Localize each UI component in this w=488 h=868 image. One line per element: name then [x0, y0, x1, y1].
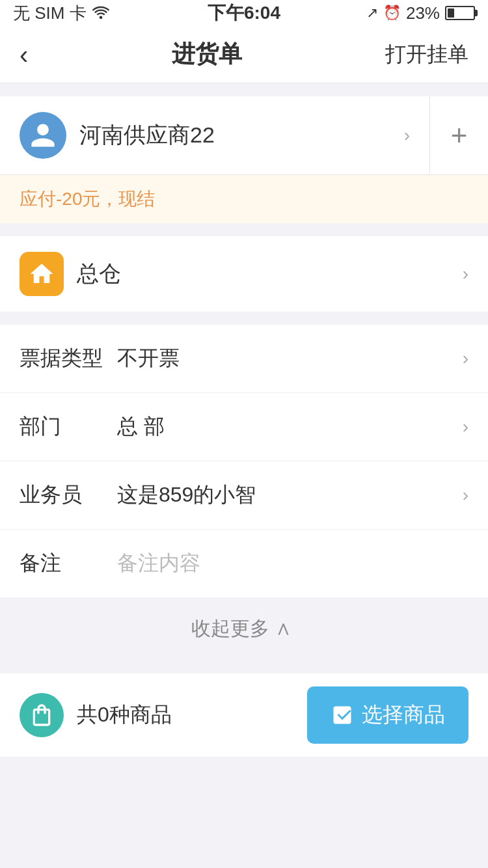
battery-icon: [445, 6, 475, 20]
form-row-invoice[interactable]: 票据类型 不开票 ›: [0, 325, 488, 393]
carrier-label: 无 SIM 卡: [13, 2, 87, 25]
wifi-icon: [92, 3, 110, 23]
salesperson-chevron-icon: ›: [463, 485, 468, 506]
collapse-button[interactable]: 收起更多 ∧: [0, 597, 488, 660]
form-row-salesperson[interactable]: 业务员 这是859的小智 ›: [0, 461, 488, 530]
status-right: ↗ ⏰ 23%: [366, 3, 475, 23]
open-pending-button[interactable]: 打开挂单: [385, 40, 468, 69]
notice-text: 应付-20元，现结: [20, 189, 155, 209]
department-value: 总 部: [111, 413, 463, 441]
back-button[interactable]: ‹: [20, 42, 28, 68]
form-row-department[interactable]: 部门 总 部 ›: [0, 393, 488, 461]
supplier-name: 河南供应商22: [79, 120, 391, 150]
content: 河南供应商22 › + 应付-20元，现结 总仓 › 票据类型 不开票 › 部门…: [0, 83, 488, 868]
page-title: 进货单: [172, 38, 242, 70]
remark-input[interactable]: 备注内容: [111, 549, 468, 578]
add-supplier-button[interactable]: +: [429, 96, 488, 174]
collapse-label: 收起更多 ∧: [191, 616, 291, 642]
form-row-remark[interactable]: 备注 备注内容: [0, 530, 488, 597]
separator-top: [0, 83, 488, 96]
supplier-avatar: [20, 112, 66, 159]
warehouse-icon-bg: [20, 252, 64, 296]
battery-percent: 23%: [406, 3, 440, 23]
product-count-label: 共0种商品: [77, 701, 294, 729]
department-label: 部门: [20, 413, 111, 441]
warehouse-name: 总仓: [77, 259, 450, 289]
select-product-button[interactable]: 选择商品: [307, 686, 468, 744]
supplier-chevron-icon: ›: [404, 125, 410, 146]
salesperson-label: 业务员: [20, 481, 111, 509]
product-icon: [20, 693, 64, 737]
remark-label: 备注: [20, 549, 111, 578]
invoice-type-value: 不开票: [111, 344, 463, 373]
bottom-fill: [0, 757, 488, 868]
alarm-icon: ⏰: [383, 5, 401, 21]
warehouse-section[interactable]: 总仓 ›: [0, 236, 488, 312]
status-bar: 无 SIM 卡 下午6:04 ↗ ⏰ 23%: [0, 0, 488, 26]
department-chevron-icon: ›: [463, 416, 468, 437]
form-section: 票据类型 不开票 › 部门 总 部 › 业务员 这是859的小智 › 备注 备注…: [0, 325, 488, 597]
status-left: 无 SIM 卡: [13, 2, 110, 25]
location-icon: ↗: [366, 5, 378, 21]
supplier-main[interactable]: 河南供应商22 ›: [0, 96, 429, 174]
salesperson-value: 这是859的小智: [111, 481, 463, 509]
warehouse-chevron-icon: ›: [463, 264, 468, 284]
nav-bar: ‹ 进货单 打开挂单: [0, 26, 488, 83]
status-time: 下午6:04: [208, 1, 280, 25]
invoice-type-label: 票据类型: [20, 344, 111, 373]
select-product-label: 选择商品: [362, 701, 445, 729]
supplier-section: 河南供应商22 › +: [0, 96, 488, 175]
product-bar: 共0种商品 选择商品: [0, 673, 488, 757]
invoice-chevron-icon: ›: [463, 348, 468, 369]
notice-banner: 应付-20元，现结: [0, 175, 488, 223]
